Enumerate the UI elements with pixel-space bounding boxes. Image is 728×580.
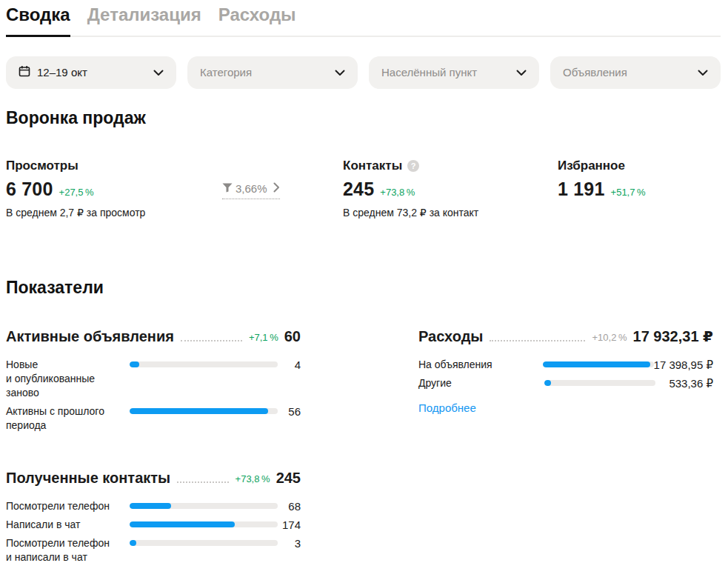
location-label: Населённый пункт bbox=[381, 66, 477, 79]
metric-value: 174 bbox=[278, 519, 301, 531]
metric-value: 3 bbox=[278, 537, 301, 550]
section-total: 245 bbox=[276, 470, 301, 487]
section-expenses: Расходы +10,2 % 17 932,31 ₽ На объявлени… bbox=[418, 328, 713, 415]
views-metric: Просмотры 6 700 +27,5 % В среднем 2,7 ₽ … bbox=[6, 159, 222, 219]
tab-bar: Сводка Детализация Расходы bbox=[6, 4, 721, 37]
section-title: Расходы bbox=[418, 328, 483, 345]
metric-row: Другие 533,36 ₽ bbox=[418, 376, 713, 390]
metric-label: На объявления bbox=[418, 358, 541, 372]
conversion-value: 3,66% bbox=[236, 182, 267, 195]
date-range-filter[interactable]: 12–19 окт bbox=[6, 56, 176, 89]
favorites-value: 1 191 bbox=[558, 179, 605, 200]
contacts-metric: Контакты ? 245 +73,8 % В среднем 73,2 ₽ … bbox=[343, 159, 558, 219]
chevron-down-icon bbox=[698, 66, 708, 79]
views-label: Просмотры bbox=[6, 159, 222, 173]
metric-row: Посмотрели телефон 68 bbox=[6, 499, 301, 513]
metric-row: Посмотрели телефон и написали в чат 3 bbox=[6, 536, 301, 564]
metric-label: Активны с прошлого периода bbox=[6, 404, 130, 433]
bar-fill bbox=[130, 521, 235, 527]
bar-track bbox=[130, 408, 278, 414]
bar-track bbox=[130, 361, 278, 367]
bar-track bbox=[544, 380, 655, 386]
favorites-label: Избранное bbox=[558, 159, 646, 173]
section-delta: +10,2 % bbox=[592, 332, 627, 343]
bar-track bbox=[130, 540, 278, 546]
tab-summary[interactable]: Сводка bbox=[6, 4, 70, 37]
bar-track bbox=[130, 503, 278, 509]
bar-track bbox=[543, 361, 654, 367]
bar-fill bbox=[130, 408, 268, 414]
more-link[interactable]: Подробнее bbox=[418, 401, 476, 414]
section-received-contacts: Полученные контакты +73,8 % 245 Посмотре… bbox=[6, 470, 301, 564]
analytics-page: Сводка Детализация Расходы 12–19 окт Кат… bbox=[0, 0, 728, 579]
bar-fill bbox=[130, 361, 139, 367]
location-filter[interactable]: Населённый пункт bbox=[369, 56, 539, 89]
category-filter[interactable]: Категория bbox=[187, 56, 358, 89]
metric-value: 4 bbox=[278, 359, 301, 371]
bar-fill bbox=[130, 503, 171, 509]
funnel-icon bbox=[222, 182, 233, 195]
views-value: 6 700 bbox=[6, 179, 53, 200]
contacts-value: 245 bbox=[343, 179, 374, 200]
filter-bar: 12–19 окт Категория Населённый пункт Объ… bbox=[6, 56, 721, 89]
favorites-metric: Избранное 1 191 +51,7 % bbox=[558, 159, 646, 200]
metric-row: Написали в чат 174 bbox=[6, 518, 301, 532]
metric-label: Посмотрели телефон bbox=[6, 499, 130, 513]
section-title: Активные объявления bbox=[6, 328, 174, 345]
dotted-leader bbox=[177, 481, 228, 483]
funnel-metrics: Просмотры 6 700 +27,5 % В среднем 2,7 ₽ … bbox=[6, 159, 721, 219]
section-total: 17 932,31 ₽ bbox=[633, 328, 713, 345]
help-icon[interactable]: ? bbox=[407, 160, 419, 172]
indicators-grid: Активные объявления +7,1 % 60 Новые и оп… bbox=[6, 328, 721, 564]
dotted-leader bbox=[181, 340, 242, 341]
section-delta: +73,8 % bbox=[236, 473, 270, 484]
indicators-right-column: Расходы +10,2 % 17 932,31 ₽ На объявлени… bbox=[418, 328, 713, 415]
contacts-label: Контакты bbox=[343, 159, 402, 173]
tab-details[interactable]: Детализация bbox=[87, 4, 201, 36]
bar-fill bbox=[544, 380, 551, 386]
indicators-heading: Показатели bbox=[6, 278, 721, 299]
metric-label: Посмотрели телефон и написали в чат bbox=[6, 536, 130, 564]
date-range-label: 12–19 окт bbox=[37, 66, 87, 79]
category-label: Категория bbox=[200, 66, 252, 79]
section-title: Полученные контакты bbox=[6, 470, 170, 487]
chevron-right-icon bbox=[273, 182, 280, 195]
section-active-listings: Активные объявления +7,1 % 60 Новые и оп… bbox=[6, 328, 301, 433]
listings-filter[interactable]: Объявления bbox=[550, 56, 721, 89]
views-subtext: В среднем 2,7 ₽ за просмотр bbox=[6, 207, 222, 219]
conversion-column: 3,66% bbox=[222, 159, 343, 199]
metric-value: 533,36 ₽ bbox=[655, 377, 713, 390]
section-delta: +7,1 % bbox=[249, 332, 278, 343]
contacts-delta: +73,8 % bbox=[380, 187, 415, 198]
indicators-left-column: Активные объявления +7,1 % 60 Новые и оп… bbox=[6, 328, 301, 564]
metric-label: Новые и опубликованные заново bbox=[6, 358, 130, 400]
chevron-down-icon bbox=[153, 66, 164, 79]
metric-row: На объявления 17 398,95 ₽ bbox=[418, 358, 713, 372]
metric-label: Другие bbox=[418, 376, 542, 390]
views-to-contacts-conversion[interactable]: 3,66% bbox=[222, 182, 280, 199]
funnel-heading: Воронка продаж bbox=[6, 108, 721, 129]
bar-track bbox=[130, 521, 278, 527]
metric-value: 68 bbox=[278, 500, 301, 513]
bar-fill bbox=[543, 361, 651, 367]
views-delta: +27,5 % bbox=[59, 187, 94, 198]
chevron-down-icon bbox=[335, 66, 345, 79]
chevron-down-icon bbox=[516, 66, 527, 79]
contacts-subtext: В среднем 73,2 ₽ за контакт bbox=[343, 207, 558, 219]
metric-label: Написали в чат bbox=[6, 518, 130, 532]
metric-value: 17 398,95 ₽ bbox=[654, 359, 713, 372]
section-total: 60 bbox=[284, 328, 301, 345]
tab-expenses[interactable]: Расходы bbox=[218, 4, 296, 36]
metric-value: 56 bbox=[278, 405, 301, 418]
calendar-icon bbox=[19, 65, 30, 79]
listings-label: Объявления bbox=[563, 66, 627, 79]
bar-fill bbox=[130, 540, 136, 546]
dotted-leader bbox=[490, 340, 585, 341]
metric-row: Активны с прошлого периода 56 bbox=[6, 404, 301, 433]
favorites-delta: +51,7 % bbox=[611, 187, 646, 198]
metric-row: Новые и опубликованные заново 4 bbox=[6, 358, 301, 400]
